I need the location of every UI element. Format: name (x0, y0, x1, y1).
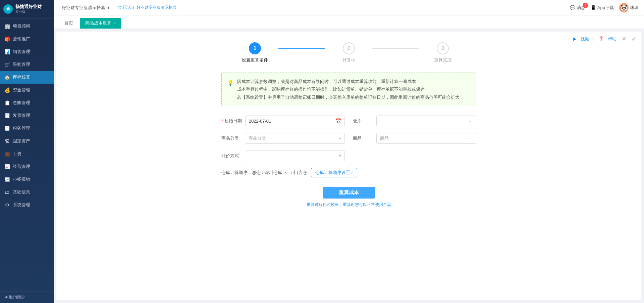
nav-label-purchase: 采购管理 (13, 61, 30, 68)
pricing-chevron-icon: ▾ (339, 154, 341, 158)
account-name: 好业财专业版演示帐套 (62, 5, 105, 11)
sidebar-item-operation[interactable]: 📈 经营管理 (0, 160, 54, 173)
submit-button[interactable]: 重算成本 (323, 187, 375, 199)
sidebar-footer[interactable]: ◀ 取消固定 (0, 292, 54, 303)
sidebar-item-basic[interactable]: 🗂 基础信息 (0, 186, 54, 199)
submit-tip: 重算过程耗时较长，重算时您可以正常使用产品 (221, 202, 476, 208)
warehouse-order-row: 仓库计算顺序：总仓->深圳仓库->...->门店仓 仓库计算顺序设置 › (221, 168, 476, 177)
step-3-circle: 3 (437, 42, 449, 54)
info-icon: 💡 (227, 78, 234, 101)
sidebar-item-purchase[interactable]: 🛒 采购管理 (0, 58, 54, 71)
nav-icon-marketing: 🎁 (4, 36, 10, 42)
steps-indicator: 1 设置重算条件 2 计算中 3 重算完成 (231, 40, 466, 63)
sidebar-item-system[interactable]: ⚙ 系统管理 (0, 199, 54, 211)
form-area: 起始日期 2022-07-01 📅 仓库 ··· 商品分类 (221, 116, 476, 208)
nav-icon-system: ⚙ (4, 202, 10, 208)
cost-recalc-tab-label: 商品成本重算 (85, 20, 111, 26)
tab-cost-recalc[interactable]: 商品成本重算 × (80, 18, 121, 29)
nav-label-system: 系统管理 (13, 202, 30, 208)
help-label[interactable]: 帮助 (608, 36, 616, 42)
warehouse-order-btn[interactable]: 仓库计算顺序设置 › (311, 168, 357, 177)
topbar: 好业财专业版演示帐套 ▾ 🛡 已认证 好业财专业版演示帐套 💬 消息 1 📱 A… (54, 0, 644, 15)
category-chevron-icon: ▾ (339, 136, 341, 141)
sidebar-item-marketing[interactable]: 🎁 营销推广 (0, 33, 54, 45)
sidebar-item-finance[interactable]: 💰 资金管理 (0, 84, 54, 96)
sidebar-item-sales[interactable]: 📊 销售管理 (0, 45, 54, 58)
step-3: 3 重算完成 (419, 42, 466, 63)
start-date-input[interactable]: 2022-07-01 📅 (245, 116, 345, 126)
sidebar-item-salary[interactable]: 💼 工资 (0, 147, 54, 160)
nav-label-marketing: 营销推广 (13, 36, 30, 42)
warehouse-label: 仓库 (353, 118, 373, 124)
pricing-label: 计价方式 (221, 153, 241, 159)
nav-icon-purchase: 🛒 (4, 61, 10, 68)
info-text: 因成本计算参数调整，或是对商品成本有疑问时，可以通过成本重算功能，重新计算一遍成… (237, 78, 460, 101)
goods-label: 商品 (353, 135, 373, 141)
warehouse-order-btn-label: 仓库计算顺序设置 › (315, 170, 353, 176)
tab-close-icon[interactable]: × (113, 21, 116, 26)
sidebar-item-project[interactable]: 🏢 项目顾问 (0, 20, 54, 33)
verified-text: 已认证 (123, 5, 135, 10)
category-select[interactable]: 商品分类 ▾ (245, 133, 345, 144)
goods-dots-icon: ··· (469, 136, 473, 141)
step-1-label: 设置重算条件 (242, 57, 268, 63)
app-label: App下载 (597, 5, 614, 11)
verified-badge: 🛡 已认证 好业财专业版演示帐套 (118, 5, 177, 10)
form-row-3: 计价方式 ▾ (221, 150, 476, 161)
tabbar: 首页 商品成本重算 × (54, 15, 644, 29)
pricing-select[interactable]: ▾ (245, 150, 345, 161)
app-icon: 📱 (591, 5, 596, 10)
message-badge: 1 (583, 3, 588, 8)
sidebar-subtitle: 专业版 (15, 9, 42, 14)
unpin-label: ◀ 取消固定 (4, 295, 25, 300)
sidebar-item-inventory[interactable]: 🏠 库存核算 (0, 71, 54, 84)
sidebar: 畅 畅捷通好业财 专业版 🏢 项目顾问 🎁 营销推广 📊 销售管理 🛒 采购管理… (0, 0, 54, 303)
sidebar-item-invoice[interactable]: 🧾 发票管理 (0, 109, 54, 122)
nav-icon-sales: 📊 (4, 49, 10, 55)
nav-label-tax: 税务管理 (13, 125, 30, 131)
nav-icon-finance: 💰 (4, 87, 10, 93)
nav-icon-basic: 🗂 (4, 189, 10, 195)
video-help-area: ▶ 视频 | ❓ 帮助 (573, 36, 616, 42)
account-chevron-icon: ▾ (107, 5, 110, 10)
warehouse-input[interactable]: ··· (376, 116, 476, 126)
nav-label-expense: 小畅报销 (13, 176, 30, 182)
step-2-label: 计算中 (342, 57, 356, 63)
nav-label-project: 项目顾问 (13, 23, 30, 29)
close-button[interactable]: ✕ (622, 36, 626, 42)
tab-home[interactable]: 首页 (59, 18, 78, 29)
nav-icon-invoice: 🧾 (4, 113, 10, 119)
nav-icon-salary: 💼 (4, 151, 10, 157)
app-download-button[interactable]: 📱 App下载 (591, 5, 614, 11)
start-date-value: 2022-07-01 (249, 119, 271, 124)
nav-icon-operation: 📈 (4, 164, 10, 170)
warehouse-order-label: 仓库计算顺序：总仓->深圳仓库->...->门店仓 (221, 170, 307, 176)
nav-label-inventory: 库存核算 (13, 74, 30, 80)
account-selector[interactable]: 好业财专业版演示帐套 ▾ (59, 3, 112, 12)
topbar-right: 💬 消息 1 📱 App下载 🐼 珠珠 (570, 3, 639, 12)
warehouse-group: 仓库 ··· (353, 116, 476, 126)
nav-label-sales: 销售管理 (13, 49, 30, 55)
step-line-2-3 (372, 48, 419, 49)
nav-icon-accounting: 📋 (4, 100, 10, 106)
goods-input[interactable]: 商品 ··· (376, 133, 476, 144)
nav-label-assets: 固定资产 (13, 138, 30, 144)
nav-label-invoice: 发票管理 (13, 113, 30, 119)
nav-label-basic: 基础信息 (13, 189, 30, 195)
nav-icon-inventory: 🏠 (4, 74, 10, 80)
expand-button[interactable]: ⤢ (632, 36, 636, 42)
nav-icon-project: 🏢 (4, 23, 10, 29)
sidebar-item-tax[interactable]: 📑 税务管理 (0, 122, 54, 135)
sidebar-item-assets[interactable]: 🏗 固定资产 (0, 135, 54, 147)
form-row-1: 起始日期 2022-07-01 📅 仓库 ··· (221, 116, 476, 126)
sidebar-item-expense[interactable]: 🔄 小畅报销 (0, 173, 54, 186)
goods-placeholder: 商品 (380, 135, 469, 141)
message-button[interactable]: 💬 消息 1 (570, 5, 585, 11)
user-profile[interactable]: 🐼 珠珠 (619, 3, 639, 12)
shield-icon: 🛡 (118, 5, 122, 10)
question-icon: ❓ (598, 36, 604, 41)
nav-label-operation: 经营管理 (13, 164, 30, 170)
sidebar-item-accounting[interactable]: 📋 总账管理 (0, 96, 54, 109)
step-3-label: 重算完成 (434, 57, 451, 63)
video-label[interactable]: 视频 (581, 36, 589, 42)
